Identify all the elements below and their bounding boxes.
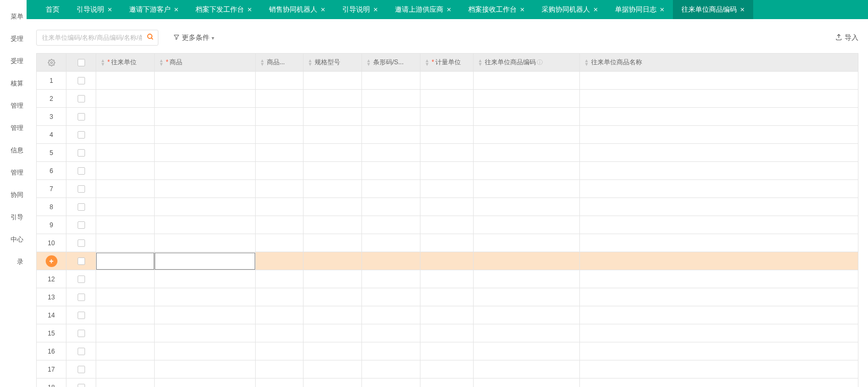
row-number-cell: 2 bbox=[37, 90, 66, 108]
sidebar-item[interactable]: 菜单 bbox=[0, 5, 27, 28]
close-icon[interactable]: ✕ bbox=[247, 6, 252, 13]
column-header-prod2[interactable]: ▲▼商品... bbox=[256, 54, 304, 72]
row-checkbox[interactable] bbox=[78, 312, 85, 319]
cell-product bbox=[155, 108, 256, 126]
sidebar-item[interactable]: 受理 bbox=[0, 50, 27, 72]
close-icon[interactable]: ✕ bbox=[520, 6, 525, 13]
close-icon[interactable]: ✕ bbox=[660, 6, 664, 13]
close-icon[interactable]: ✕ bbox=[107, 6, 112, 13]
table-row: 15 bbox=[37, 324, 858, 342]
sidebar-item[interactable]: 录 bbox=[0, 251, 27, 273]
tab[interactable]: 档案下发工作台✕ bbox=[187, 0, 260, 19]
row-checkbox[interactable] bbox=[78, 203, 85, 211]
tab[interactable]: 销售协同机器人✕ bbox=[260, 0, 334, 19]
cell-prod2 bbox=[256, 234, 304, 252]
cell-prod2 bbox=[256, 162, 304, 180]
row-checkbox[interactable] bbox=[78, 384, 85, 387]
table-row: + bbox=[37, 252, 858, 270]
row-checkbox[interactable] bbox=[78, 113, 85, 121]
sidebar-item[interactable]: 受理 bbox=[0, 28, 27, 50]
cell-input[interactable] bbox=[96, 253, 154, 270]
column-header-unitcode[interactable]: ▲▼往来单位商品编码ⓘ bbox=[474, 54, 580, 72]
cell-unit bbox=[96, 180, 155, 198]
tab[interactable]: 首页 bbox=[37, 0, 68, 19]
tab[interactable]: 引导说明✕ bbox=[68, 0, 121, 19]
tab-bar: 首页引导说明✕邀请下游客户✕档案下发工作台✕销售协同机器人✕引导说明✕邀请上游供… bbox=[27, 0, 868, 19]
row-number-cell: 4 bbox=[37, 126, 66, 144]
cell-unitname bbox=[580, 234, 858, 252]
gear-icon[interactable] bbox=[48, 59, 55, 66]
sidebar-item[interactable]: 引导 bbox=[0, 206, 27, 228]
tab[interactable]: 采购协同机器人✕ bbox=[533, 0, 606, 19]
row-number-cell: + bbox=[37, 252, 66, 270]
cell-spec bbox=[304, 144, 362, 162]
sidebar-item-label: 管理 bbox=[11, 168, 23, 177]
tab[interactable]: 邀请下游客户✕ bbox=[121, 0, 187, 19]
cell-unitname bbox=[580, 90, 858, 108]
row-checkbox[interactable] bbox=[78, 185, 85, 193]
cell-unit[interactable] bbox=[96, 252, 155, 270]
close-icon[interactable]: ✕ bbox=[446, 6, 451, 13]
cell-product[interactable] bbox=[155, 252, 256, 270]
column-header-spec[interactable]: ▲▼规格型号 bbox=[304, 54, 362, 72]
row-checkbox[interactable] bbox=[78, 239, 85, 247]
row-checkbox[interactable] bbox=[78, 221, 85, 229]
tab[interactable]: 单据协同日志✕ bbox=[606, 0, 673, 19]
svg-point-0 bbox=[148, 34, 152, 38]
row-checkbox[interactable] bbox=[78, 330, 85, 337]
sidebar-item[interactable]: 协同 bbox=[0, 184, 27, 206]
close-icon[interactable]: ✕ bbox=[593, 6, 598, 13]
more-conditions-button[interactable]: 更多条件 ▾ bbox=[173, 33, 214, 42]
sidebar-item[interactable]: 管理 bbox=[0, 117, 27, 139]
column-label: 计量单位 bbox=[435, 58, 461, 66]
column-header-check bbox=[66, 54, 96, 72]
column-header-product[interactable]: ▲▼*商品 bbox=[155, 54, 256, 72]
sidebar-item[interactable]: 信息 bbox=[0, 139, 27, 161]
select-all-checkbox[interactable] bbox=[78, 59, 85, 66]
close-icon[interactable]: ✕ bbox=[174, 6, 179, 13]
row-checkbox[interactable] bbox=[78, 149, 85, 157]
row-checkbox[interactable] bbox=[78, 276, 85, 283]
help-icon[interactable]: ⓘ bbox=[537, 59, 543, 65]
sidebar-item[interactable]: 管理 bbox=[0, 161, 27, 184]
cell-product bbox=[155, 126, 256, 144]
column-header-barcode[interactable]: ▲▼条形码/S... bbox=[362, 54, 420, 72]
row-checkbox[interactable] bbox=[78, 167, 85, 175]
close-icon[interactable]: ✕ bbox=[321, 6, 325, 13]
sidebar-item[interactable]: 管理 bbox=[0, 94, 27, 117]
cell-unit bbox=[96, 90, 155, 108]
column-header-unit[interactable]: ▲▼*往来单位 bbox=[96, 54, 155, 72]
close-icon[interactable]: ✕ bbox=[740, 6, 745, 13]
export-label: 导入 bbox=[845, 33, 858, 42]
cell-unitname bbox=[580, 144, 858, 162]
export-button[interactable]: 导入 bbox=[835, 33, 858, 42]
tab[interactable]: 引导说明✕ bbox=[334, 0, 386, 19]
cell-product bbox=[155, 360, 256, 379]
cell-uom bbox=[420, 324, 474, 342]
sidebar-item[interactable]: 核算 bbox=[0, 72, 27, 94]
close-icon[interactable]: ✕ bbox=[373, 6, 378, 13]
cell-unitcode bbox=[474, 72, 580, 90]
row-checkbox[interactable] bbox=[78, 366, 85, 373]
row-checkbox[interactable] bbox=[78, 95, 85, 102]
search-input[interactable] bbox=[36, 30, 158, 46]
row-checkbox[interactable] bbox=[78, 294, 85, 301]
cell-unit bbox=[96, 360, 155, 379]
column-header-unitname[interactable]: ▲▼往来单位商品名称 bbox=[580, 54, 858, 72]
add-row-button[interactable]: + bbox=[46, 255, 57, 267]
tab[interactable]: 邀请上游供应商✕ bbox=[386, 0, 460, 19]
tab[interactable]: 档案接收工作台✕ bbox=[460, 0, 533, 19]
cell-uom bbox=[420, 379, 474, 388]
cell-input[interactable] bbox=[155, 253, 255, 270]
tab[interactable]: 往来单位商品编码✕ bbox=[673, 0, 753, 19]
cell-unitcode bbox=[474, 324, 580, 342]
column-header-uom[interactable]: ▲▼*计量单位 bbox=[420, 54, 474, 72]
row-checkbox[interactable] bbox=[78, 77, 85, 84]
sidebar-item-label: 核算 bbox=[11, 79, 23, 88]
row-checkbox[interactable] bbox=[78, 131, 85, 139]
row-checkbox[interactable] bbox=[78, 348, 85, 355]
sidebar-item[interactable]: 中心 bbox=[0, 228, 27, 251]
search-icon[interactable] bbox=[147, 33, 154, 42]
cell-unit bbox=[96, 144, 155, 162]
row-checkbox[interactable] bbox=[78, 257, 85, 265]
